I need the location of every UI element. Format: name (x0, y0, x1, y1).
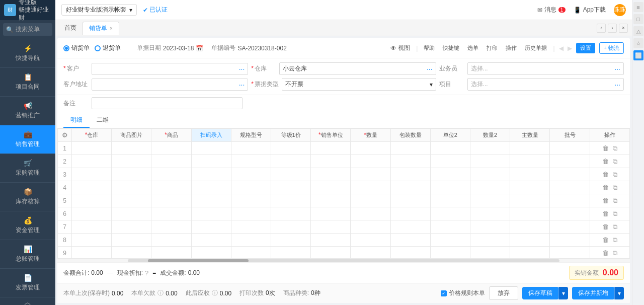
radio-return-order[interactable]: 退货单 (95, 44, 121, 52)
cell-spec-8[interactable] (231, 234, 271, 247)
cell-unit2-9[interactable] (430, 247, 470, 259)
cell-batch-5[interactable] (550, 194, 590, 207)
cell-qty2-4[interactable] (470, 181, 510, 194)
delete-row-6-button[interactable]: 🗑 (601, 210, 610, 217)
cell-price-1[interactable] (271, 142, 311, 155)
cell-price-7[interactable] (271, 220, 311, 234)
cell-unit2-7[interactable] (430, 220, 470, 234)
tab-2d[interactable]: 二维 (90, 113, 116, 128)
cell-qty-1[interactable] (351, 142, 390, 155)
cell-warehouse-3[interactable] (72, 168, 112, 181)
delete-row-2-button[interactable]: 🗑 (601, 158, 610, 165)
abandon-button[interactable]: 放弃 (489, 286, 518, 300)
cell-spec-2[interactable] (231, 155, 271, 168)
cell-unit-1[interactable] (311, 142, 351, 155)
cell-main-qty-5[interactable] (510, 194, 550, 207)
add-logistics-button[interactable]: + 物流 (599, 42, 624, 54)
cell-product-1[interactable] (151, 142, 191, 155)
cell-main-qty-4[interactable] (510, 181, 550, 194)
settings-icon[interactable]: ⚙ (62, 131, 68, 139)
col-scan[interactable]: 扫码录入 (191, 129, 231, 142)
cell-qty-5[interactable] (351, 194, 390, 207)
memo-input[interactable] (92, 97, 243, 109)
copy-row-6-button[interactable]: ⧉ (612, 210, 618, 218)
cell-product-9[interactable] (151, 247, 191, 259)
radio-sales-order[interactable]: 销货单 (63, 44, 90, 52)
sidebar-item-purchase[interactable]: 🛒 采购管理 (0, 154, 55, 183)
cell-unit-5[interactable] (311, 194, 351, 207)
copy-row-5-button[interactable]: ⧉ (612, 197, 618, 205)
cell-pack-6[interactable] (390, 207, 430, 220)
select-button[interactable]: 选单 (465, 43, 480, 53)
right-btn-2[interactable]: □ (633, 14, 643, 24)
cell-unit-9[interactable] (311, 247, 351, 259)
cell-qty2-2[interactable] (470, 155, 510, 168)
cell-image-9[interactable] (112, 247, 151, 259)
tab-home[interactable]: 首页 (59, 22, 82, 34)
cell-scan-9[interactable] (191, 247, 231, 259)
tab-next-button[interactable]: › (608, 24, 617, 33)
delete-row-8-button[interactable]: 🗑 (601, 236, 610, 244)
user-avatar[interactable]: 珠珠 (614, 4, 626, 16)
customer-input[interactable]: ··· (92, 63, 248, 75)
cell-batch-6[interactable] (550, 207, 590, 220)
cell-main-qty-9[interactable] (510, 247, 550, 259)
cell-unit2-5[interactable] (430, 194, 470, 207)
cell-qty2-9[interactable] (470, 247, 510, 259)
cell-image-7[interactable] (112, 220, 151, 234)
cell-unit-7[interactable] (311, 220, 351, 234)
cell-image-8[interactable] (112, 234, 151, 247)
right-btn-4[interactable]: ☆ (633, 38, 643, 48)
project-input[interactable]: 选择... ··· (467, 78, 624, 91)
cell-qty2-8[interactable] (470, 234, 510, 247)
cell-image-1[interactable] (112, 142, 151, 155)
cell-product-2[interactable] (151, 155, 191, 168)
cell-product-5[interactable] (151, 194, 191, 207)
save-new-dropdown-button[interactable]: ▾ (614, 287, 624, 299)
cell-warehouse-2[interactable] (72, 155, 112, 168)
cell-price-9[interactable] (271, 247, 311, 259)
cell-scan-4[interactable] (191, 181, 231, 194)
cell-main-qty-6[interactable] (510, 207, 550, 220)
cell-image-4[interactable] (112, 181, 151, 194)
address-input[interactable]: ··· (92, 79, 248, 91)
tab-prev-button[interactable]: ‹ (597, 24, 606, 33)
invoice-select[interactable]: 不开票 ▾ (282, 78, 436, 91)
copy-row-1-button[interactable]: ⧉ (612, 144, 618, 152)
cell-price-3[interactable] (271, 168, 311, 181)
cell-unit-8[interactable] (311, 234, 351, 247)
cell-warehouse-9[interactable] (72, 247, 112, 259)
cell-scan-6[interactable] (191, 207, 231, 220)
cell-batch-9[interactable] (550, 247, 590, 259)
cell-unit2-4[interactable] (430, 181, 470, 194)
right-btn-5[interactable]: ⬜ (633, 50, 643, 60)
cell-warehouse-5[interactable] (72, 194, 112, 207)
cell-warehouse-1[interactable] (72, 142, 112, 155)
copy-row-8-button[interactable]: ⧉ (612, 236, 618, 244)
copy-row-4-button[interactable]: ⧉ (612, 184, 618, 192)
cell-image-5[interactable] (112, 194, 151, 207)
cell-product-6[interactable] (151, 207, 191, 220)
cell-batch-3[interactable] (550, 168, 590, 181)
cell-scan-3[interactable] (191, 168, 231, 181)
cell-unit2-8[interactable] (430, 234, 470, 247)
sidebar-item-finance[interactable]: 💰 资金管理 (0, 211, 55, 240)
cell-batch-1[interactable] (550, 142, 590, 155)
sidebar-item-marketing[interactable]: 📢 营销推广 (0, 97, 55, 125)
cell-qty-7[interactable] (351, 220, 390, 234)
staff-input[interactable]: 选择... ··· (467, 62, 624, 75)
help-icon[interactable]: ? (145, 269, 148, 277)
cell-qty-4[interactable] (351, 181, 390, 194)
cell-product-8[interactable] (151, 234, 191, 247)
tab-close-all-button[interactable]: × (619, 24, 628, 33)
cell-qty2-1[interactable] (470, 142, 510, 155)
cell-product-7[interactable] (151, 220, 191, 234)
tab-close-button[interactable]: × (110, 26, 113, 31)
right-btn-3[interactable]: △ (633, 26, 643, 36)
cell-product-4[interactable] (151, 181, 191, 194)
cell-qty-8[interactable] (351, 234, 390, 247)
cell-spec-3[interactable] (231, 168, 271, 181)
cell-unit2-1[interactable] (430, 142, 470, 155)
sidebar-item-tax[interactable]: 🏛 税务管理 (0, 297, 55, 305)
cell-price-2[interactable] (271, 155, 311, 168)
